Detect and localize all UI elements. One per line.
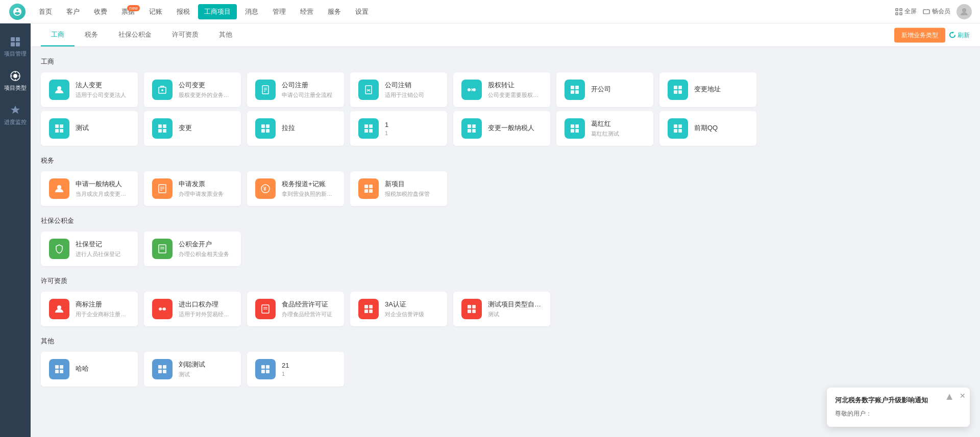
- nav-customer[interactable]: 客户: [60, 4, 86, 19]
- nav-message[interactable]: 消息: [239, 4, 264, 19]
- svg-rect-58: [575, 124, 579, 128]
- fullscreen-label: 全屏: [904, 7, 917, 16]
- nav-home[interactable]: 首页: [33, 4, 58, 19]
- refresh-btn[interactable]: 刷新: [949, 28, 970, 42]
- card-biangeng2[interactable]: 变更: [144, 111, 241, 146]
- card-3a-renzheng[interactable]: 3A认证 对企业信誉评级: [350, 292, 447, 326]
- logo[interactable]: [8, 3, 27, 21]
- svg-rect-101: [261, 365, 265, 369]
- nav-business[interactable]: 工商项目: [198, 4, 237, 19]
- card-biangeng-dizhi[interactable]: 变更地址: [659, 72, 756, 107]
- svg-rect-35: [674, 90, 677, 94]
- sidebar-label-project-type: 项目类型: [4, 84, 27, 92]
- nav-settings[interactable]: 设置: [349, 4, 375, 19]
- card-ceshi[interactable]: 测试: [41, 111, 138, 146]
- card-haha[interactable]: 哈哈: [41, 352, 138, 387]
- fullscreen-btn[interactable]: 全屏: [895, 7, 917, 16]
- svg-rect-50: [369, 124, 373, 128]
- card-gongsi-zhuxiao[interactable]: 公司注销 适用于注销公司: [350, 72, 447, 107]
- notification-title: 河北税务数字账户升级影响通知: [835, 396, 962, 405]
- svg-rect-100: [163, 370, 166, 373]
- tab-qita[interactable]: 其他: [209, 24, 242, 46]
- card-icon-biangeng2: [152, 118, 173, 139]
- card-qianqi-qq[interactable]: 前期QQ: [659, 111, 756, 146]
- nav-manage[interactable]: 管理: [266, 4, 292, 19]
- svg-rect-59: [571, 129, 574, 133]
- card-shangbiao-zhuce[interactable]: 商标注册 用于企业商标注册服务: [41, 292, 138, 326]
- nav-charge[interactable]: 收费: [88, 4, 113, 19]
- card-gongsi-zhuce[interactable]: 公司注册 申请公司注册全流程: [247, 72, 344, 107]
- sidebar-label-progress-monitor: 进度监控: [4, 118, 27, 126]
- svg-rect-94: [60, 365, 63, 369]
- svg-point-27: [468, 88, 471, 91]
- card-21[interactable]: 21 1: [247, 352, 344, 387]
- card-shenqing-fapiao[interactable]: 申请发票 办理申请发票业务: [144, 171, 241, 206]
- notification-body: 尊敬的用户：: [835, 409, 962, 419]
- svg-point-11: [13, 74, 17, 78]
- svg-rect-6: [11, 37, 15, 41]
- top-navigation: 首页 客户 收费 票据 new 记账 报税 工商项目 消息 管理 经营 服务 设…: [0, 0, 980, 23]
- card-ceshi-zidingyi[interactable]: 测试项目类型自定义 测试: [453, 292, 550, 326]
- svg-rect-8: [11, 42, 15, 46]
- sidebar-item-progress-monitor[interactable]: 进度监控: [0, 98, 31, 132]
- svg-rect-52: [369, 129, 373, 133]
- project-manage-icon: [9, 36, 21, 48]
- card-one[interactable]: 1 1: [350, 111, 447, 146]
- card-biangeng-yiban[interactable]: 变更一般纳税人: [453, 111, 550, 146]
- card-shebao-dengji[interactable]: 社保登记 进行人员社保登记: [41, 232, 138, 266]
- shuiwu-title: 税务: [41, 156, 970, 165]
- tab-shuiwu[interactable]: 税务: [75, 24, 108, 46]
- card-icon-lala: [255, 118, 276, 139]
- card-jinchukou[interactable]: 进出口权办理 适用于对外贸易经营者: [144, 292, 241, 326]
- new-business-type-btn[interactable]: 新增业务类型: [894, 28, 945, 42]
- svg-point-81: [163, 307, 166, 311]
- card-gongjijin-kaihu[interactable]: 公积金开户 办理公积金相关业务: [144, 232, 241, 266]
- card-shenqing-yiban[interactable]: 申请一般纳税人 当月或次月成变更完成: [41, 171, 138, 206]
- nav-bookkeeping[interactable]: 记账: [143, 4, 168, 19]
- svg-rect-56: [472, 129, 476, 133]
- card-icon-faren: [49, 80, 69, 100]
- svg-point-80: [159, 307, 162, 311]
- card-kai-gongsi[interactable]: 开公司: [556, 72, 653, 107]
- svg-rect-96: [60, 370, 63, 373]
- card-gongsi-biangeng[interactable]: 公司变更 股权变更外的业务变更: [144, 72, 241, 107]
- card-icon-new-project: [358, 178, 379, 199]
- tab-shebao[interactable]: 社保公积金: [108, 24, 162, 46]
- nav-operation[interactable]: 经营: [294, 4, 320, 19]
- svg-rect-30: [575, 86, 579, 89]
- qita-section: 其他 哈哈 刘聪测试 测试: [41, 337, 970, 387]
- nav-tax[interactable]: 报税: [170, 4, 196, 19]
- svg-rect-61: [674, 124, 677, 128]
- svg-rect-34: [678, 86, 682, 89]
- card-shuiwu-baodao[interactable]: ¥ 税务报道+记账 拿到营业执照的新公司: [247, 171, 344, 206]
- tab-actions: 新增业务类型 刷新: [894, 28, 970, 42]
- svg-rect-57: [571, 124, 574, 128]
- card-lala[interactable]: 拉拉: [247, 111, 344, 146]
- tab-xuke[interactable]: 许可资质: [162, 24, 209, 46]
- card-new-project[interactable]: 新项目 报税加税控盘保管: [350, 171, 447, 206]
- svg-rect-87: [364, 310, 368, 313]
- svg-rect-91: [468, 310, 471, 313]
- card-icon-zhuce: [255, 80, 276, 100]
- sidebar-item-project-manage[interactable]: 项目管理: [0, 30, 31, 64]
- sidebar-item-project-type[interactable]: 项目类型: [0, 64, 31, 98]
- notification-close-btn[interactable]: ✕: [960, 392, 966, 400]
- svg-rect-42: [163, 124, 166, 128]
- nav-service[interactable]: 服务: [322, 4, 347, 19]
- card-icon-shipin: [255, 299, 276, 319]
- card-icon-ceshi: [49, 118, 69, 139]
- card-liucong-ceshi[interactable]: 刘聪测试 测试: [144, 352, 241, 387]
- card-gehonghong[interactable]: 葛红红 葛红红测试: [556, 111, 653, 146]
- tab-gongshang[interactable]: 工商: [41, 24, 75, 46]
- card-icon-3a: [358, 299, 379, 319]
- svg-rect-37: [55, 124, 59, 128]
- card-shipin-xuke[interactable]: 食品经营许可证 办理食品经营许可证: [247, 292, 344, 326]
- card-icon-liucong: [152, 359, 173, 379]
- user-avatar[interactable]: [957, 4, 972, 19]
- member-btn[interactable]: 畅会员: [923, 7, 950, 16]
- card-guquan-zhuanrang[interactable]: 股权转让 公司变更需要股权转让: [453, 72, 550, 107]
- xuke-section: 许可资质 商标注册 用于企业商标注册服务 进出口权办理: [41, 276, 970, 326]
- nav-bills[interactable]: 票据 new: [115, 4, 141, 19]
- card-faren-biangeng[interactable]: 法人变更 适用于公司变更法人: [41, 72, 138, 107]
- xuke-title: 许可资质: [41, 276, 970, 286]
